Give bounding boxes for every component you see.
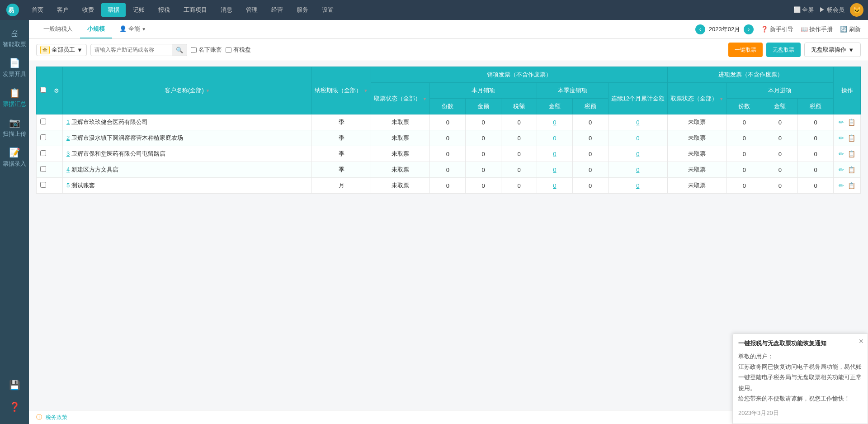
search-input[interactable] (91, 45, 172, 55)
date-prev-btn[interactable]: ‹ (695, 24, 705, 34)
nav-charge[interactable]: 收费 (76, 3, 100, 17)
table-row: 1 卫辉市玖玖健合医药有限公司 季 未取票 0 0 0 0 0 0 未取票 0 … (37, 114, 861, 130)
nav-operation[interactable]: 经营 (265, 3, 289, 17)
row-sale-status: 未取票 (371, 162, 430, 178)
row-select-checkbox[interactable] (40, 134, 46, 140)
row-sale-12month: 0 (608, 130, 667, 146)
nav-business[interactable]: 工商项目 (177, 3, 213, 17)
tab-small-scale[interactable]: 小规模 (80, 20, 112, 38)
th-checkbox (37, 67, 50, 114)
row-edit-btn[interactable]: ✏ (838, 181, 845, 190)
row-checkbox[interactable] (37, 146, 50, 162)
row-purchase-month-tax: 0 (798, 130, 834, 146)
has-disk-checkbox[interactable] (226, 47, 231, 53)
sidebar-item-ticket-summary[interactable]: 📋 票据汇总 (0, 83, 29, 113)
tax-policy-info-icon: ⓘ (36, 413, 42, 421)
sidebar-help[interactable]: ❓ (7, 397, 22, 417)
fullscreen-btn[interactable]: ⬜ 全屏 (793, 6, 814, 14)
th-sale-group: 销项发票（不含作废票） (371, 67, 667, 83)
tab-general-taxpayer[interactable]: 一般纳税人 (36, 20, 80, 38)
sidebar-item-issue-invoice[interactable]: 📄 发票开具 (0, 53, 29, 83)
member-btn[interactable]: ▶ 畅会员 (819, 6, 844, 14)
employee-tag: 全 (40, 46, 50, 54)
manual-btn[interactable]: 📖 操作手册 (801, 25, 833, 33)
new-guide-btn[interactable]: ❓ 新手引导 (761, 25, 793, 33)
th-purchase-month-tax: 税额 (798, 99, 834, 114)
row-purchase-month-count: 0 (726, 162, 762, 178)
nav-ticket[interactable]: 票据 (101, 3, 126, 17)
row-edit-btn[interactable]: ✏ (838, 149, 845, 158)
nav-message[interactable]: 消息 (214, 3, 239, 17)
toolbar-right-buttons: 一键取票 无盘取票 无盘取票操作 ▼ (728, 43, 861, 57)
one-key-ticket-btn[interactable]: 一键取票 (728, 43, 763, 57)
my-account-checkbox[interactable] (191, 47, 197, 53)
row-select-checkbox[interactable] (40, 150, 46, 156)
row-sale-12month: 0 (608, 178, 667, 194)
select-all-checkbox[interactable] (40, 87, 46, 93)
logo[interactable]: 易 (5, 2, 21, 18)
nav-settings[interactable]: 设置 (316, 3, 340, 17)
nav-home[interactable]: 首页 (25, 3, 50, 17)
refresh-btn[interactable]: 🔄 刷新 (840, 25, 861, 33)
row-select-checkbox[interactable] (40, 119, 46, 124)
row-sale-quarter-amount: 0 (537, 114, 572, 130)
row-sale-quarter-amount: 0 (537, 130, 572, 146)
nav-bookkeeping[interactable]: 记账 (127, 3, 151, 17)
row-edit-btn[interactable]: ✏ (838, 133, 845, 143)
row-actions: ✏ 📋 (834, 162, 861, 178)
row-checkbox[interactable] (37, 130, 50, 146)
sale-status-filter-icon[interactable]: ▼ (423, 96, 427, 101)
purchase-status-filter-icon[interactable]: ▼ (719, 96, 724, 101)
row-select-checkbox[interactable] (40, 182, 46, 188)
row-purchase-month-tax: 0 (798, 146, 834, 162)
notification-close-btn[interactable]: ✕ (859, 338, 864, 345)
row-tax-period: 季 (312, 146, 371, 162)
row-purchase-month-count: 0 (726, 130, 762, 146)
checkbox-has-disk[interactable]: 有税盘 (226, 46, 251, 54)
row-index[interactable]: 5 (66, 182, 70, 189)
no-disk-ticket-btn[interactable]: 无盘取票 (766, 43, 801, 57)
sidebar-item-ticket-entry[interactable]: 📝 票据录入 (0, 143, 29, 172)
checkbox-my-account[interactable]: 名下账套 (191, 46, 222, 54)
row-index[interactable]: 3 (66, 150, 70, 157)
employee-selector[interactable]: 全 全部员工 ▼ (36, 44, 87, 56)
sidebar-item-scan-upload[interactable]: 📷 扫描上传 (0, 113, 29, 143)
row-edit-btn[interactable]: ✏ (838, 118, 845, 127)
nav-manage[interactable]: 管理 (240, 3, 264, 17)
row-purchase-month-amount: 0 (762, 130, 798, 146)
th-settings: ⚙ (50, 67, 63, 114)
row-select-checkbox[interactable] (40, 166, 46, 172)
nav-service[interactable]: 服务 (290, 3, 315, 17)
row-index[interactable]: 2 (66, 134, 70, 141)
search-button[interactable]: 🔍 (172, 44, 187, 56)
th-action: 操作 (834, 67, 861, 114)
customer-filter-icon[interactable]: ▼ (205, 88, 210, 93)
row-detail-btn[interactable]: 📋 (847, 165, 856, 174)
tax-policy-link[interactable]: 税务政策 (46, 414, 67, 421)
sidebar-item-smart-ticket[interactable]: 🖨 智能取票 (0, 24, 29, 53)
sidebar-download[interactable]: 💾 (7, 375, 22, 395)
tab-all-ability[interactable]: 👤 全能 ▼ (112, 20, 153, 38)
th-sale-12month: 连续12个月累计金额 (608, 83, 667, 114)
row-detail-btn[interactable]: 📋 (847, 133, 856, 143)
row-index[interactable]: 4 (66, 166, 70, 173)
table-body: 1 卫辉市玖玖健合医药有限公司 季 未取票 0 0 0 0 0 0 未取票 0 … (37, 114, 861, 194)
row-detail-btn[interactable]: 📋 (847, 118, 856, 127)
row-sale-month-count: 0 (430, 130, 466, 146)
row-sale-month-amount: 0 (466, 130, 501, 146)
row-detail-btn[interactable]: 📋 (847, 181, 856, 190)
no-disk-ops-btn[interactable]: 无盘取票操作 ▼ (804, 43, 861, 57)
row-checkbox[interactable] (37, 114, 50, 130)
row-edit-btn[interactable]: ✏ (838, 165, 845, 174)
nav-tax[interactable]: 报税 (152, 3, 176, 17)
tax-period-filter-icon[interactable]: ▼ (363, 88, 368, 93)
date-next-btn[interactable]: › (744, 24, 754, 34)
chevron-down-icon: ▼ (142, 27, 146, 32)
row-index[interactable]: 1 (66, 119, 70, 125)
ticket-entry-icon: 📝 (9, 147, 20, 158)
row-detail-btn[interactable]: 📋 (847, 149, 856, 158)
row-checkbox[interactable] (37, 162, 50, 178)
nav-customer[interactable]: 客户 (51, 3, 75, 17)
user-avatar[interactable]: 🐱 (850, 3, 863, 17)
row-checkbox[interactable] (37, 178, 50, 194)
